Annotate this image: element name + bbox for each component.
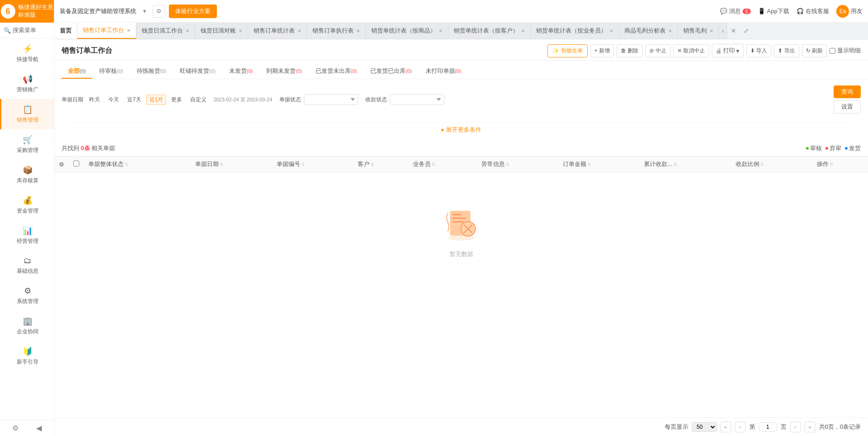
prev-page-btn[interactable]: ‹ [735,422,746,432]
sub-tab-shipped-not-warehoused[interactable]: 已发货未出库(0) [309,64,363,79]
col-header-bulk-action[interactable]: ⚙ [54,156,69,172]
app-download-btn[interactable]: 📱 App下载 [758,7,789,15]
sub-tab-pending-review[interactable]: 待审核(0) [93,64,129,79]
tab-close-cash-reconcile[interactable]: ✕ [239,28,242,33]
sidebar-item-finance[interactable]: 💰资金管理 [0,190,54,220]
sub-tab-wangpu-pending[interactable]: 旺铺待发货(0) [173,64,221,79]
cancel-stop-btn[interactable]: ✕ 取消中止 [673,44,709,57]
ship-dot [845,147,848,150]
tab-sales-stat[interactable]: 销售订单统计表✕ [248,23,307,39]
sort-icon-staff[interactable]: ⇅ [432,162,435,167]
system-dropdown-btn[interactable]: ▾ [140,7,149,16]
tab-close-all-btn[interactable]: ✕ [727,23,740,39]
sidebar-item-enterprise[interactable]: 🏢企业协同 [0,311,54,341]
sub-tab-pending-inspect[interactable]: 待拣验货(0) [130,64,173,79]
delete-btn[interactable]: 🗑 删除 [617,44,643,57]
tab-sales-summary-product[interactable]: 销货单统计表（按商品）✕ [366,23,448,39]
date-btn-近7天[interactable]: 近7天 [124,95,144,105]
show-detail-checkbox[interactable] [830,48,835,54]
col-settings-icon[interactable]: ⚙ [59,161,64,168]
collapse-icon[interactable]: ◀ [36,424,42,432]
cancel-review-btn[interactable]: 弃审 [825,144,841,152]
tab-gross-margin[interactable]: 商品毛利分析表✕ [619,23,678,39]
tab-close-gross-margin[interactable]: ✕ [668,28,672,33]
tab-maximize-btn[interactable]: ⤢ [740,23,753,39]
set-btn[interactable]: 设置 [834,100,861,114]
sidebar-item-purchase[interactable]: 🛒采购管理 [0,129,54,160]
sidebar-item-inventory[interactable]: 📦库存核算 [0,160,54,190]
sort-icon-customer[interactable]: ⇅ [370,162,374,167]
col-header-checkbox[interactable] [69,156,84,172]
review-btn[interactable]: 审核 [806,144,822,152]
sidebar-item-sales[interactable]: 📋销售管理 [0,99,54,129]
sort-icon-ratio[interactable]: ⇅ [760,162,764,167]
add-btn[interactable]: + 新增 [590,44,614,57]
sub-tab-all[interactable]: 全部(0) [62,64,92,79]
sidebar-item-guide[interactable]: 🔰新手引导 [0,341,54,371]
import-btn[interactable]: ⬇ 导入 [746,44,771,57]
tab-close-sales-gross[interactable]: ✕ [710,28,713,33]
tab-close-sales-stat[interactable]: ✕ [297,28,301,33]
export-btn[interactable]: ⬆ 导出 [774,44,799,57]
stop-btn[interactable]: ⊘ 中止 [645,44,670,57]
expand-btn[interactable]: ▾ 展开更多条件 [441,126,481,134]
tab-close-sales-order-workbench[interactable]: ✕ [127,28,130,33]
tab-cash-reconcile[interactable]: 钱货日清对账✕ [195,23,248,39]
sub-tab-not-printed[interactable]: 未打印单据(0) [419,64,467,79]
date-btn-今天[interactable]: 今天 [105,95,122,105]
sort-icon-amount[interactable]: ⇅ [587,162,591,167]
payment-select[interactable] [390,94,444,105]
print-btn[interactable]: 🖨 打印 ▾ [712,44,743,57]
tab-sales-exec[interactable]: 销售订单执行表✕ [307,23,366,39]
status-select[interactable] [304,94,358,105]
tab-close-sales-exec[interactable]: ✕ [356,28,360,33]
tab-close-cash-daily[interactable]: ✕ [186,28,189,33]
tab-sales-gross[interactable]: 销售毛利✕ [678,23,719,39]
settings-icon[interactable]: ⚙ [12,424,19,432]
date-btn-近1月[interactable]: 近1月 [146,95,167,105]
page-size-select[interactable]: 102050100 [692,422,717,432]
tab-sales-summary-customer[interactable]: 销货单统计表（按客户）✕ [448,23,531,39]
sort-icon-abnormal[interactable]: ⇅ [506,162,509,167]
date-btn-自定义[interactable]: 自定义 [187,95,210,105]
date-btn-昨天[interactable]: 昨天 [86,95,103,105]
select-all-checkbox[interactable] [73,161,79,166]
tab-cash-daily[interactable]: 钱货日清工作台✕ [136,23,195,39]
first-page-btn[interactable]: « [720,422,731,432]
sidebar-item-system[interactable]: ⚙系统管理 [0,280,54,311]
tab-close-sales-summary-product[interactable]: ✕ [439,28,442,33]
sub-tab-not-shipped[interactable]: 未发货(0) [223,64,259,79]
sort-icon-date[interactable]: ⇅ [220,162,223,167]
tab-home[interactable]: 首页 [54,23,77,39]
query-btn[interactable]: 查询 [834,85,861,98]
sort-icon-collected[interactable]: ⇅ [673,162,677,167]
tab-close-sales-summary-customer[interactable]: ✕ [521,28,525,33]
sidebar-item-operations[interactable]: 📊经营管理 [0,220,54,251]
search-menu[interactable]: 🔍 搜索菜单 [0,23,54,38]
sidebar-item-quick-nav[interactable]: ⚡快捷导航 [0,38,54,69]
tab-sales-order-workbench[interactable]: 销售订单工作台✕ [77,23,136,39]
tab-scroll-right-btn[interactable]: › [719,23,727,39]
user-area[interactable]: Ea 用友 [836,5,863,18]
page-actions: ✨ 智能生单 + 新增 🗑 删除 ⊘ 中止 ✕ 取消中止 🖨 打印 ▾ ⬇ 导入… [547,44,861,57]
next-page-btn[interactable]: › [790,422,801,432]
experience-btn[interactable]: 体验行业方案 [169,5,217,18]
sort-icon-number[interactable]: ⇅ [301,162,305,167]
online-service-btn[interactable]: 🎧 在线客服 [796,7,829,15]
last-page-btn[interactable]: » [805,422,815,432]
smart-btn[interactable]: ✨ 智能生单 [547,44,587,57]
message-btn[interactable]: 💬 消息 6 [720,7,751,15]
page-input[interactable] [759,422,777,431]
sidebar-item-marketing[interactable]: 📢营销推广 [0,69,54,99]
sort-icon-operation[interactable]: ⇅ [830,162,833,167]
sidebar-item-base-info[interactable]: 🗂基础信息 [0,251,54,280]
sub-tab-shipped-warehoused[interactable]: 已发货已出库(0) [364,64,418,79]
refresh-btn[interactable]: ↻ 刷新 [802,44,827,57]
date-btn-更多[interactable]: 更多 [168,95,185,105]
sort-icon-status[interactable]: ⇅ [125,162,128,167]
tab-close-sales-summary-staff[interactable]: ✕ [609,28,613,33]
header-settings-btn[interactable]: ⚙ [153,5,165,18]
ship-btn[interactable]: 发货 [845,144,861,152]
sub-tab-overdue-not-shipped[interactable]: 到期未发货(0) [260,64,308,79]
tab-sales-summary-staff[interactable]: 销货单统计表（按业务员）✕ [531,23,619,39]
